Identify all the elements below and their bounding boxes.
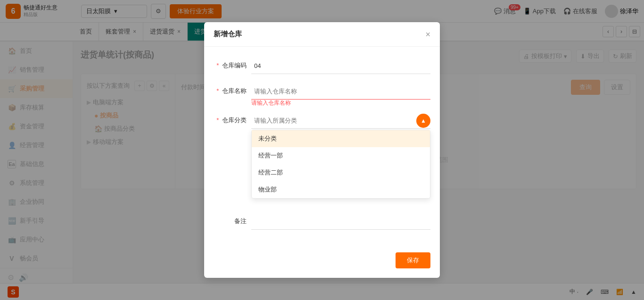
code-input[interactable] bbox=[251, 58, 430, 74]
category-option-dept1[interactable]: 经营一部 bbox=[252, 147, 430, 164]
code-label: * 仓库编码 bbox=[214, 58, 251, 70]
category-label: * 仓库分类 bbox=[214, 113, 251, 125]
modal-close-button[interactable]: × bbox=[425, 30, 430, 39]
modal-footer: 保存 bbox=[204, 247, 440, 278]
modal-body: * 仓库编码 * 仓库名称 请输入仓库名称 * bbox=[204, 47, 440, 247]
modal-title: 新增仓库 bbox=[214, 30, 242, 39]
note-label: 备注 bbox=[214, 214, 251, 225]
category-option-property[interactable]: 物业部 bbox=[252, 181, 430, 198]
code-row: * 仓库编码 bbox=[214, 58, 430, 74]
note-input[interactable] bbox=[251, 214, 430, 230]
save-button[interactable]: 保存 bbox=[396, 252, 430, 268]
category-required: * bbox=[216, 117, 219, 124]
code-required: * bbox=[216, 62, 219, 69]
category-container: ▲ 未分类 经营一部 经营二部 物业部 bbox=[251, 113, 430, 129]
category-dropdown: 未分类 经营一部 经营二部 物业部 bbox=[251, 130, 430, 199]
note-row: 备注 bbox=[214, 214, 430, 230]
modal-overlay[interactable]: 新增仓库 × * 仓库编码 * 仓库名称 请输入仓库名称 bbox=[0, 0, 644, 300]
name-input[interactable] bbox=[251, 83, 430, 100]
warehouse-modal: 新增仓库 × * 仓库编码 * 仓库名称 请输入仓库名称 bbox=[204, 22, 440, 278]
category-option-dept2[interactable]: 经营二部 bbox=[252, 164, 430, 181]
name-row: * 仓库名称 请输入仓库名称 bbox=[214, 83, 430, 100]
name-label: * 仓库名称 bbox=[214, 83, 251, 95]
modal-header: 新增仓库 × bbox=[204, 22, 440, 47]
category-option-unclassified[interactable]: 未分类 bbox=[252, 130, 430, 147]
name-error-msg: 请输入仓库名称 bbox=[251, 99, 291, 107]
category-input-wrapper: ▲ bbox=[251, 113, 430, 129]
name-required: * bbox=[216, 87, 219, 94]
category-toggle-button[interactable]: ▲ bbox=[416, 114, 430, 128]
category-row: * 仓库分类 ▲ 未分类 经营一部 经营二部 物业部 bbox=[214, 113, 430, 129]
category-input[interactable] bbox=[251, 117, 416, 124]
